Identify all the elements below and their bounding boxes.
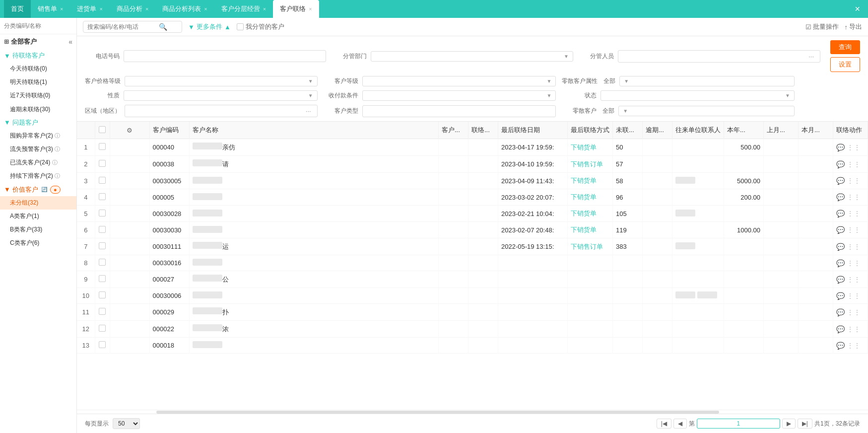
sidebar-item-overdue[interactable]: 逾期未联络(30)	[0, 103, 76, 116]
sidebar-search-box[interactable]: 🔍	[0, 18, 76, 34]
batch-ops-btn[interactable]: ☑ 批量操作	[805, 22, 839, 31]
sidebar-item-hoarding[interactable]: 囤购异常客户(2) ⓘ	[0, 129, 76, 143]
th-settings[interactable]: ⚙	[110, 122, 149, 139]
all-customers-header[interactable]: ⊞ 全部客户 «	[0, 34, 76, 49]
td-checkbox[interactable]	[95, 338, 110, 354]
td-checkbox[interactable]	[95, 173, 110, 189]
horizontal-scrollbar[interactable]	[77, 410, 868, 414]
th-checkbox[interactable]	[95, 122, 110, 139]
more-icon[interactable]: ⋮⋮	[847, 243, 861, 251]
chat-icon[interactable]: 💬	[836, 243, 845, 251]
more-icon[interactable]: ⋮⋮	[847, 144, 861, 151]
more-icon[interactable]: ⋮⋮	[847, 177, 861, 185]
search-icon[interactable]: 🔍	[159, 23, 167, 31]
sidebar-item-churned[interactable]: 已流失客户(24) ⓘ	[0, 156, 76, 169]
tab-purchase[interactable]: 进货单 ×	[70, 0, 109, 18]
tab-customer-contact-close[interactable]: ×	[309, 6, 312, 12]
chat-icon[interactable]: 💬	[836, 210, 845, 217]
sidebar-item-class-c[interactable]: C类客户(6)	[0, 236, 76, 250]
next-page-btn[interactable]: ▶	[782, 419, 796, 429]
more-icon[interactable]: ⋮⋮	[847, 308, 861, 316]
chat-icon[interactable]: 💬	[836, 144, 845, 151]
tab-sales-close[interactable]: ×	[60, 6, 63, 12]
td-checkbox[interactable]	[95, 255, 110, 271]
td-checkbox[interactable]	[95, 304, 110, 321]
td-checkbox[interactable]	[95, 288, 110, 304]
last-method-link[interactable]: 下销货单	[571, 193, 597, 201]
query-button[interactable]: 查询	[830, 40, 860, 54]
price-level-select[interactable]: ▼	[125, 76, 318, 86]
sidebar-item-today[interactable]: 今天待联络(0)	[0, 62, 76, 75]
more-icon[interactable]: ⋮⋮	[847, 226, 861, 234]
tab-customer-layer[interactable]: 客户分层经营 ×	[214, 0, 273, 18]
more-icon[interactable]: ⋮⋮	[847, 210, 861, 217]
row-checkbox[interactable]	[99, 291, 106, 298]
chat-icon[interactable]: 💬	[836, 160, 845, 168]
chat-icon[interactable]: 💬	[836, 193, 845, 201]
page-input[interactable]	[697, 419, 780, 429]
staff-select[interactable]: ···	[618, 50, 820, 63]
per-page-select[interactable]: 50 20 100	[113, 418, 140, 429]
sidebar-item-declining[interactable]: 持续下滑客户(2) ⓘ	[0, 169, 76, 183]
td-checkbox[interactable]	[95, 321, 110, 338]
row-checkbox[interactable]	[99, 341, 106, 348]
settings-icon[interactable]: ⚙	[127, 127, 133, 134]
last-method-link[interactable]: 下销售订单	[571, 243, 603, 250]
search-input[interactable]	[87, 23, 157, 30]
customer-type-input[interactable]	[362, 105, 556, 117]
chat-icon[interactable]: 💬	[836, 342, 845, 350]
tab-goods-list[interactable]: 商品分析列表 ×	[155, 0, 214, 18]
my-customers-check[interactable]	[237, 23, 244, 30]
tab-sales[interactable]: 销售单 ×	[31, 0, 70, 18]
td-checkbox[interactable]	[95, 271, 110, 288]
more-icon[interactable]: ⋮⋮	[847, 342, 861, 350]
row-checkbox[interactable]	[99, 259, 106, 266]
more-icon[interactable]: ⋮⋮	[847, 259, 861, 267]
search-box[interactable]: 🔍	[83, 21, 182, 33]
chat-icon[interactable]: 💬	[836, 325, 845, 333]
sidebar-group-value[interactable]: ▼ 价值客户 🔄 ●	[0, 183, 76, 196]
chat-icon[interactable]: 💬	[836, 259, 845, 267]
row-checkbox[interactable]	[99, 242, 106, 249]
td-checkbox[interactable]	[95, 156, 110, 173]
export-btn[interactable]: ↑ 导出	[845, 22, 863, 31]
td-checkbox[interactable]	[95, 139, 110, 156]
scatter-customer-select[interactable]: ▼	[618, 106, 795, 116]
td-checkbox[interactable]	[95, 238, 110, 255]
sidebar-item-ungroups[interactable]: 未分组(32)	[0, 196, 76, 210]
tab-purchase-close[interactable]: ×	[99, 6, 102, 12]
row-checkbox[interactable]	[99, 160, 106, 167]
sidebar-search-input[interactable]	[4, 22, 77, 29]
nature-select[interactable]: ▼	[124, 90, 318, 101]
sidebar-item-churn-warning[interactable]: 流失预警客户(3) ⓘ	[0, 143, 76, 156]
row-checkbox[interactable]	[99, 177, 106, 184]
chat-icon[interactable]: 💬	[836, 276, 845, 284]
chat-icon[interactable]: 💬	[836, 308, 845, 316]
more-icon[interactable]: ⋮⋮	[847, 325, 861, 333]
tab-home[interactable]: 首页	[4, 0, 31, 18]
row-checkbox[interactable]	[99, 325, 106, 332]
prev-page-btn[interactable]: ◀	[673, 419, 687, 429]
chat-icon[interactable]: 💬	[836, 177, 845, 185]
sidebar-group-problem[interactable]: ▼ 问题客户	[0, 116, 76, 129]
row-checkbox[interactable]	[99, 210, 106, 216]
more-icon[interactable]: ⋮⋮	[847, 193, 861, 201]
customer-level-select[interactable]: ▼	[362, 76, 556, 86]
dept-select[interactable]: ▼	[371, 51, 573, 62]
last-method-link[interactable]: 下销货单	[571, 210, 597, 217]
chat-icon[interactable]: 💬	[836, 292, 845, 300]
payment-select[interactable]: ▼	[362, 90, 556, 101]
tab-goods-analysis-close[interactable]: ×	[145, 6, 148, 12]
last-method-link[interactable]: 下销货单	[571, 177, 597, 184]
td-checkbox[interactable]	[95, 222, 110, 238]
last-method-link[interactable]: 下销货单	[571, 144, 597, 151]
chat-icon[interactable]: 💬	[836, 226, 845, 234]
first-page-btn[interactable]: |◀	[657, 419, 671, 429]
more-icon[interactable]: ⋮⋮	[847, 276, 861, 284]
region-select[interactable]: ···	[125, 105, 318, 117]
sidebar-group-pending[interactable]: ▼ 待联络客户	[0, 49, 76, 62]
sidebar-item-class-a[interactable]: A类客户(1)	[0, 210, 76, 223]
staff-dots[interactable]: ···	[806, 53, 816, 60]
more-conditions-btn[interactable]: ▼ 更多条件 ▲	[188, 22, 231, 31]
td-checkbox[interactable]	[95, 189, 110, 206]
